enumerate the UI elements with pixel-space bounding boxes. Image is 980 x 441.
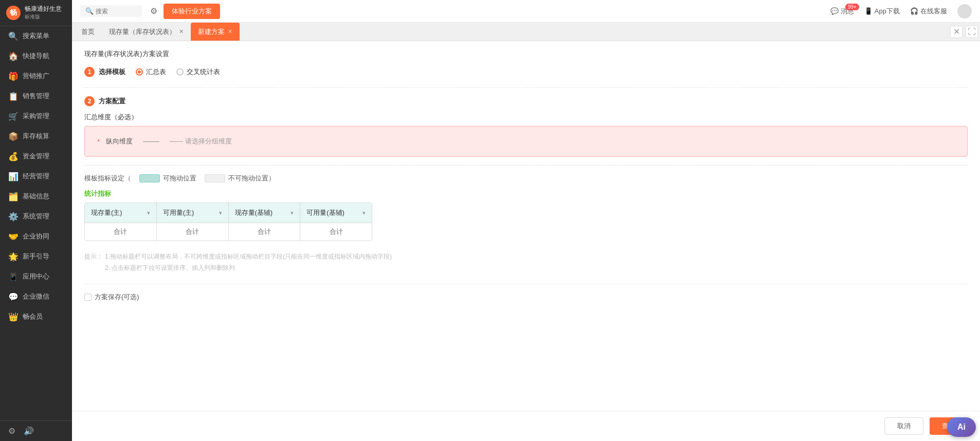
tab-inventory-status[interactable]: 现存量（库存状况表） ✕ (102, 23, 191, 41)
non-draggable-label: 不可拖动位置） (228, 174, 275, 183)
gear-icon: ⚙️ (8, 212, 19, 222)
tip-2-text: 2. 点击标题栏下拉可设置排序、插入列和删除列 (105, 263, 235, 274)
step2-header: 2 方案配置 (84, 96, 968, 106)
sidebar-item-label: 库存核算 (23, 132, 49, 141)
radio-cross-label: 交叉统计表 (187, 67, 220, 77)
stats-col-4-data: 合计 (300, 223, 372, 241)
required-mark: * (97, 138, 100, 145)
app-download-label: App下载 (875, 7, 900, 16)
tip-1-text: 1.拖动标题栏可以调整布局，不可跨维度或指标区域拖动栏目字段(只能在同一维度或指… (105, 251, 392, 263)
sidebar-footer: ⚙ 🔊 (0, 420, 72, 441)
sidebar-item-label: 搜索菜单 (23, 31, 49, 41)
save-scheme-checkbox[interactable] (84, 293, 92, 301)
stats-table-header: 现存量(主) ▾ 可用量(主) ▾ 现存量(基辅) ▾ 可用量(基辅) (85, 203, 372, 223)
template-indicator-label: 模板指标设定（ (84, 174, 131, 183)
non-draggable-box (205, 174, 225, 182)
stats-col-1-label: 现存量(主) (91, 208, 122, 217)
app-name: 畅康通好生意 (25, 5, 62, 13)
radio-circle-summary (136, 68, 143, 76)
online-service-item[interactable]: 🎧 在线客服 (910, 7, 947, 16)
dimension-field-label: 纵向维度 (106, 137, 133, 146)
stats-table: 现存量(主) ▾ 可用量(主) ▾ 现存量(基辅) ▾ 可用量(基辅) (84, 203, 372, 241)
sidebar-item-finance[interactable]: 💰 资金管理 (0, 146, 72, 167)
panel: 现存量(库存状况表)方案设置 1 选择模板 汇总表 交叉统计表 (72, 41, 980, 411)
user-avatar[interactable] (957, 4, 972, 19)
non-draggable-indicator: 不可拖动位置） (205, 174, 275, 183)
tab-close-icon[interactable]: ✕ (179, 28, 184, 35)
sidebar-item-label: 采购管理 (23, 112, 49, 121)
tab-new-scheme-label: 新建方案 (198, 27, 225, 36)
stats-col-3-header[interactable]: 现存量(基辅) ▾ (229, 203, 301, 223)
sidebar-item-newbie[interactable]: 🌟 新手引导 (0, 247, 72, 267)
sidebar-item-cooperation[interactable]: 🤝 企业协同 (0, 227, 72, 247)
stats-col-2-data: 合计 (157, 223, 229, 241)
main-area: 🔍 ⚙ 体验行业方案 💬 消息 99+ 📱 App下载 🎧 在线客服 首页 (72, 0, 980, 441)
cancel-button[interactable]: 取消 (884, 417, 923, 435)
message-item[interactable]: 💬 消息 99+ (830, 7, 854, 16)
message-badge: 99+ (845, 4, 859, 10)
draggable-label: 可拖动位置 (163, 174, 196, 183)
sidebar-item-inventory[interactable]: 📦 库存核算 (0, 126, 72, 146)
audio-footer-icon[interactable]: 🔊 (24, 426, 34, 436)
stats-col-1-header[interactable]: 现存量(主) ▾ (85, 203, 157, 223)
tab-controls: ✕ ⛶ (950, 26, 978, 38)
trial-button[interactable]: 体验行业方案 (164, 4, 220, 19)
stats-col-3-label: 现存量(基辅) (235, 208, 273, 217)
sidebar-item-label: 系统管理 (23, 212, 49, 221)
headset-icon: 🎧 (910, 7, 918, 15)
app-edition: 标准版 (25, 13, 62, 21)
tab-new-scheme[interactable]: 新建方案 ✕ (191, 23, 240, 41)
sidebar-item-label: 营销推广 (23, 71, 49, 81)
tabbar: 首页 现存量（库存状况表） ✕ 新建方案 ✕ ✕ ⛶ (72, 23, 980, 41)
chat-icon: 💬 (8, 292, 19, 302)
topbar: 🔍 ⚙ 体验行业方案 💬 消息 99+ 📱 App下载 🎧 在线客服 (72, 0, 980, 23)
chevron-down-col2-icon: ▾ (219, 210, 222, 216)
radio-cross[interactable]: 交叉统计表 (176, 67, 220, 77)
sidebar-item-marketing[interactable]: 🎁 营销推广 (0, 66, 72, 86)
sidebar-item-operations[interactable]: 📊 经营管理 (0, 167, 72, 187)
app-logo-icon: 畅 (6, 6, 21, 20)
message-icon: 💬 (830, 7, 839, 15)
dimension-arrow-icon: —— (143, 137, 159, 146)
sidebar: 畅 畅康通好生意 标准版 🔍 搜索菜单 🏠 快捷导航 🎁 营销推广 📋 销售管理… (0, 0, 72, 441)
step-divider-2 (84, 165, 968, 166)
tip-line-2: 提示： 2. 点击标题栏下拉可设置排序、插入列和删除列 (84, 263, 968, 274)
sidebar-item-member[interactable]: 👑 畅会员 (0, 307, 72, 327)
tab-home[interactable]: 首页 (74, 24, 102, 40)
sidebar-item-search[interactable]: 🔍 搜索菜单 (0, 26, 72, 46)
gear-settings-icon[interactable]: ⚙ (150, 6, 157, 16)
sidebar-item-label: 经营管理 (23, 172, 49, 181)
template-radio-group: 汇总表 交叉统计表 (136, 67, 220, 77)
sidebar-item-label: 销售管理 (23, 91, 49, 101)
radio-summary[interactable]: 汇总表 (136, 67, 166, 77)
stats-col-2-header[interactable]: 可用量(主) ▾ (157, 203, 229, 223)
step1-section: 1 选择模板 汇总表 交叉统计表 (84, 67, 968, 77)
search-box[interactable]: 🔍 (80, 5, 142, 17)
save-scheme-label: 方案保存(可选) (95, 292, 139, 302)
ai-button[interactable]: Ai (947, 417, 976, 437)
handshake-icon: 🤝 (8, 232, 19, 242)
sidebar-item-label: 畅会员 (23, 312, 43, 321)
sidebar-item-wechat[interactable]: 💬 企业微信 (0, 287, 72, 307)
stats-col-4-header[interactable]: 可用量(基辅) ▾ (300, 203, 372, 223)
chevron-down-col3-icon: ▾ (291, 210, 294, 216)
expand-icon[interactable]: ⛶ (966, 26, 978, 38)
sidebar-item-app-center[interactable]: 📱 应用中心 (0, 267, 72, 287)
minimize-icon[interactable]: ✕ (950, 26, 963, 38)
sidebar-item-sales[interactable]: 📋 销售管理 (0, 86, 72, 106)
app-download-item[interactable]: 📱 App下载 (864, 7, 900, 16)
search-input[interactable] (96, 8, 137, 15)
sidebar-item-purchase[interactable]: 🛒 采购管理 (0, 106, 72, 126)
tab-active-close-icon[interactable]: ✕ (228, 28, 232, 35)
settings-footer-icon[interactable]: ⚙ (8, 426, 15, 436)
sidebar-item-system[interactable]: ⚙️ 系统管理 (0, 207, 72, 227)
tab-home-label: 首页 (81, 28, 95, 35)
tips-section: 提示： 1.拖动标题栏可以调整布局，不可跨维度或指标区域拖动栏目字段(只能在同一… (84, 251, 968, 273)
template-indicator-row: 模板指标设定（ 可拖动位置 不可拖动位置） (84, 174, 968, 183)
sidebar-item-label: 新手引导 (23, 252, 49, 261)
stats-table-body: 合计 合计 合计 合计 (85, 223, 372, 241)
mobile-icon: 📱 (8, 272, 19, 282)
sidebar-item-quick-nav[interactable]: 🏠 快捷导航 (0, 46, 72, 66)
sidebar-item-basic-info[interactable]: 🗂️ 基础信息 (0, 187, 72, 207)
sales-icon: 📋 (8, 91, 19, 101)
